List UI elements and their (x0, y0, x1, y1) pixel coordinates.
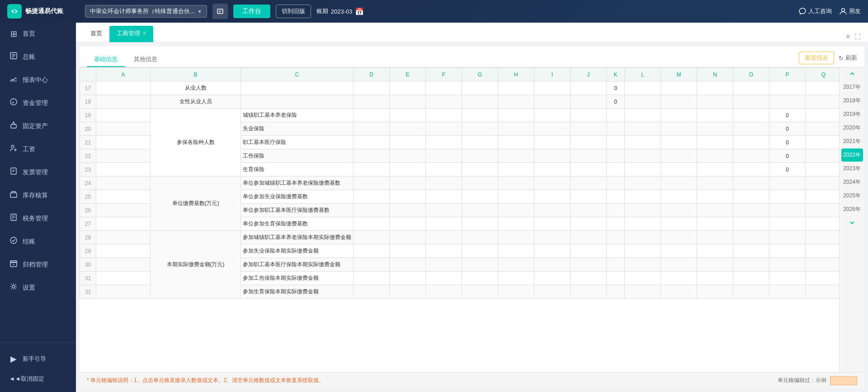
cell-data[interactable] (354, 95, 390, 109)
cell-k[interactable] (607, 217, 625, 231)
cell-data[interactable] (426, 163, 462, 177)
cell-p[interactable] (769, 244, 806, 258)
cell-data[interactable] (462, 81, 498, 95)
sub-tab-basic[interactable]: 基础信息 (87, 53, 125, 67)
cell-a[interactable] (96, 217, 151, 231)
cell-data[interactable] (733, 136, 769, 149)
cell-a[interactable] (96, 136, 151, 149)
sidebar-item-reports[interactable]: 报表中心 (0, 68, 76, 91)
cell-data[interactable] (697, 217, 733, 231)
cell-q[interactable] (806, 163, 840, 177)
sidebar-item-inventory[interactable]: 库存核算 (0, 184, 76, 207)
cell-data[interactable] (498, 109, 534, 122)
cell-q[interactable] (806, 285, 840, 299)
cell-data[interactable] (733, 190, 769, 204)
cell-q[interactable] (806, 217, 840, 231)
cell-data[interactable] (733, 163, 769, 177)
sidebar-item-tax[interactable]: 税务管理 (0, 207, 76, 230)
table-wrapper[interactable]: A B C D E F G H I J K L (80, 67, 839, 372)
cell-data[interactable] (498, 217, 534, 231)
cell-data[interactable] (697, 272, 733, 285)
cell-data[interactable] (697, 136, 733, 149)
tab-home[interactable]: 首页 (83, 26, 109, 42)
cell-data[interactable] (498, 81, 534, 95)
cell-k[interactable] (607, 204, 625, 217)
cell-data[interactable] (625, 163, 661, 177)
cell-b[interactable]: 单位缴费基数(万元) (151, 177, 241, 231)
cell-a[interactable] (96, 109, 151, 122)
cell-p[interactable]: 0 (769, 149, 806, 163)
cell-data[interactable] (697, 122, 733, 136)
tab-close-icon[interactable]: × (143, 30, 146, 37)
cell-data[interactable] (498, 177, 534, 190)
window-expand-icon[interactable]: ⛶ (854, 33, 861, 40)
cell-a[interactable] (96, 258, 151, 272)
cell-data[interactable] (661, 95, 697, 109)
cell-b[interactable]: 女性从业人员 (151, 95, 241, 109)
cell-c[interactable]: 城镇职工基本养老保险 (241, 109, 354, 122)
year-item[interactable]: 2019年 (841, 108, 863, 121)
cell-data[interactable] (426, 217, 462, 231)
cell-data[interactable] (426, 81, 462, 95)
cell-data[interactable] (733, 81, 769, 95)
cell-k[interactable]: 0 (607, 95, 625, 109)
cell-data[interactable] (498, 285, 534, 299)
calendar-icon[interactable]: 📅 (355, 7, 364, 16)
cell-data[interactable] (462, 136, 498, 149)
cell-data[interactable] (498, 95, 534, 109)
cell-data[interactable] (390, 217, 426, 231)
cell-data[interactable] (625, 272, 661, 285)
cell-data[interactable] (498, 258, 534, 272)
cell-c[interactable]: 单位参加城镇职工基本养老保险缴费基数 (241, 177, 354, 190)
cell-data[interactable] (733, 109, 769, 122)
cell-data[interactable] (534, 163, 571, 177)
table-row[interactable]: 24单位缴费基数(万元)单位参加城镇职工基本养老保险缴费基数 (80, 177, 840, 190)
cell-data[interactable] (661, 163, 697, 177)
cell-data[interactable] (571, 285, 607, 299)
cell-data[interactable] (661, 231, 697, 244)
table-row[interactable]: 19参保各险种人数城镇职工基本养老保险0 (80, 109, 840, 122)
cell-data[interactable] (426, 204, 462, 217)
table-row[interactable]: 17从业人数0 (80, 81, 840, 95)
year-nav-down[interactable] (843, 217, 861, 228)
cell-q[interactable] (806, 258, 840, 272)
cell-data[interactable] (354, 231, 390, 244)
cell-data[interactable] (697, 190, 733, 204)
cell-data[interactable] (390, 122, 426, 136)
cell-p[interactable] (769, 81, 806, 95)
cell-p[interactable] (769, 190, 806, 204)
cell-data[interactable] (571, 272, 607, 285)
cancel-pin-button[interactable]: ◄◄取消固定 (0, 370, 76, 387)
cell-b[interactable]: 参保各险种人数 (151, 109, 241, 177)
cell-data[interactable] (354, 244, 390, 258)
cell-data[interactable] (354, 81, 390, 95)
cell-data[interactable] (534, 231, 571, 244)
cell-data[interactable] (462, 177, 498, 190)
cell-data[interactable] (733, 204, 769, 217)
cell-k[interactable] (607, 285, 625, 299)
company-selector[interactable]: 中审众环会计师事务所（特殊普通合伙... ▼ (85, 5, 207, 18)
cell-data[interactable] (390, 163, 426, 177)
cell-data[interactable] (661, 109, 697, 122)
cell-data[interactable] (571, 177, 607, 190)
cell-data[interactable] (390, 258, 426, 272)
cell-c[interactable]: 参加职工基本医疗保险本期实际缴费金额 (241, 258, 354, 272)
cell-data[interactable] (534, 95, 571, 109)
cell-data[interactable] (733, 285, 769, 299)
cell-k[interactable] (607, 109, 625, 122)
cell-data[interactable] (661, 81, 697, 95)
cell-data[interactable] (571, 204, 607, 217)
cell-data[interactable] (534, 109, 571, 122)
cell-data[interactable] (625, 122, 661, 136)
cell-data[interactable] (697, 285, 733, 299)
cell-data[interactable] (354, 149, 390, 163)
cell-data[interactable] (462, 272, 498, 285)
cell-data[interactable] (625, 81, 661, 95)
year-item[interactable]: 2021年 (841, 135, 863, 148)
cell-data[interactable] (354, 163, 390, 177)
cell-data[interactable] (354, 190, 390, 204)
cell-data[interactable] (390, 136, 426, 149)
cell-data[interactable] (534, 217, 571, 231)
cell-k[interactable] (607, 244, 625, 258)
cell-a[interactable] (96, 122, 151, 136)
